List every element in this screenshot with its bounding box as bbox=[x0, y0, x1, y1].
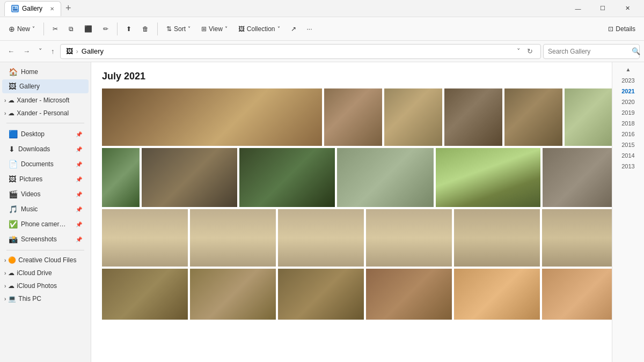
timeline-year-2018[interactable]: 2018 bbox=[612, 119, 644, 128]
share-btn[interactable]: ⬆ bbox=[122, 20, 136, 38]
sidebar-downloads[interactable]: ⬇ Downloads 📌 bbox=[2, 142, 89, 156]
sidebar-videos[interactable]: 🎬 Videos 📌 bbox=[2, 187, 89, 201]
photo-item[interactable] bbox=[543, 148, 612, 207]
photo-item[interactable] bbox=[102, 269, 188, 320]
sidebar-phone-camera[interactable]: ✅ Phone camera r… 📌 bbox=[2, 217, 89, 231]
minimize-btn[interactable]: — bbox=[566, 0, 590, 17]
photo-item[interactable] bbox=[565, 88, 612, 146]
sidebar-item-home[interactable]: 🏠 Home bbox=[2, 65, 89, 79]
more-btn[interactable]: ··· bbox=[303, 20, 317, 38]
collection-btn[interactable]: 🖼 Collection ˅ bbox=[234, 20, 284, 38]
photo-item[interactable] bbox=[542, 209, 612, 267]
view-btn[interactable]: ⊞ View ˅ bbox=[197, 20, 232, 38]
timeline-year-2013[interactable]: 2013 bbox=[612, 161, 644, 171]
sidebar-documents[interactable]: 📄 Documents 📌 bbox=[2, 157, 89, 171]
photo-row-1 bbox=[102, 88, 601, 146]
photo-item[interactable] bbox=[542, 269, 612, 320]
expand-btn[interactable]: ˅ bbox=[35, 45, 46, 57]
this-pc-label: This PC bbox=[18, 295, 41, 302]
search-input[interactable] bbox=[548, 48, 628, 55]
refresh-btn[interactable]: ↻ bbox=[525, 46, 535, 56]
photo-item[interactable] bbox=[102, 148, 140, 207]
titlebar-left: Gallery ✕ + bbox=[4, 1, 76, 16]
photo-item[interactable] bbox=[337, 148, 434, 207]
paste-btn[interactable]: ⬛ bbox=[80, 20, 97, 38]
address-dropdown-btn[interactable]: ˅ bbox=[515, 46, 523, 56]
timeline-year-2019[interactable]: 2019 bbox=[612, 108, 644, 117]
photo-item[interactable] bbox=[102, 88, 322, 146]
photo-item[interactable] bbox=[454, 209, 540, 267]
sidebar-this-pc[interactable]: › 💻 This PC bbox=[0, 292, 91, 305]
photo-item[interactable] bbox=[190, 269, 276, 320]
sidebar-icloud-drive[interactable]: › ☁ iCloud Drive bbox=[0, 267, 91, 279]
this-pc-icon: 💻 bbox=[8, 295, 16, 302]
sidebar-icloud-photos[interactable]: › ☁ iCloud Photos bbox=[0, 279, 91, 292]
timeline-year-2016[interactable]: 2016 bbox=[612, 129, 644, 139]
address-box[interactable]: 🖼 › Gallery ˅ ↻ bbox=[60, 44, 541, 59]
pin-music: 📌 bbox=[76, 206, 82, 212]
timeline-year-2014[interactable]: 2014 bbox=[612, 151, 644, 160]
forward-btn[interactable]: → bbox=[20, 45, 33, 57]
photo-item[interactable] bbox=[384, 88, 442, 146]
photo-item[interactable] bbox=[454, 269, 540, 320]
gallery-tab[interactable]: Gallery ✕ bbox=[4, 1, 61, 16]
cloud-icon-personal: ☁ bbox=[8, 109, 14, 117]
cc-icon: 🟠 bbox=[8, 256, 16, 264]
copy-btn[interactable]: ⧉ bbox=[64, 20, 78, 38]
photo-item[interactable] bbox=[278, 209, 364, 267]
new-btn[interactable]: ⊕ New ˅ bbox=[4, 20, 39, 38]
maximize-btn[interactable]: ☐ bbox=[590, 0, 615, 17]
photo-item[interactable] bbox=[366, 209, 452, 267]
photo-item[interactable] bbox=[444, 88, 502, 146]
copy-icon: ⧉ bbox=[69, 25, 74, 33]
expand-icon-personal: › bbox=[4, 110, 6, 116]
sidebar-pictures[interactable]: 🖼 Pictures 📌 bbox=[2, 172, 89, 186]
sidebar-creative-cloud[interactable]: › 🟠 Creative Cloud Files bbox=[0, 254, 91, 267]
up-btn[interactable]: ↑ bbox=[48, 45, 58, 57]
sidebar-xander-ms[interactable]: › ☁ Xander - Microsoft bbox=[0, 94, 91, 107]
sidebar-screenshots[interactable]: 📸 Screenshots 📌 bbox=[2, 232, 89, 246]
view-chevron: ˅ bbox=[225, 26, 228, 32]
details-btn[interactable]: ⊡ Details bbox=[604, 20, 640, 38]
tab-close-btn[interactable]: ✕ bbox=[50, 6, 54, 12]
photo-row-3 bbox=[102, 209, 601, 267]
new-tab-btn[interactable]: + bbox=[61, 3, 76, 14]
videos-icon: 🎬 bbox=[9, 190, 18, 198]
music-label: Music bbox=[21, 205, 38, 213]
photo-item[interactable] bbox=[190, 209, 276, 267]
sidebar-xander-personal[interactable]: › ☁ Xander - Personal bbox=[0, 107, 91, 120]
timeline-year-2021[interactable]: 2021 bbox=[612, 86, 644, 96]
sort-btn[interactable]: ⇅ Sort ˅ bbox=[162, 20, 195, 38]
icloud-photos-icon: ☁ bbox=[8, 282, 14, 290]
rename-btn[interactable]: ✏ bbox=[99, 20, 113, 38]
photo-item[interactable] bbox=[504, 88, 562, 146]
photo-item[interactable] bbox=[366, 269, 452, 320]
share2-btn[interactable]: ↗ bbox=[287, 20, 301, 38]
cut-btn[interactable]: ✂ bbox=[48, 20, 62, 38]
pictures-icon: 🖼 bbox=[9, 175, 16, 183]
screenshots-icon: 📸 bbox=[9, 235, 18, 243]
phone-camera-icon: ✅ bbox=[9, 220, 18, 228]
search-box[interactable]: 🔍 bbox=[543, 44, 640, 59]
pinned-items: 🟦 Desktop 📌 ⬇ Downloads 📌 📄 Documents 📌 … bbox=[0, 127, 91, 247]
timeline-year-2020[interactable]: 2020 bbox=[612, 97, 644, 107]
creative-cloud-label: Creative Cloud Files bbox=[18, 256, 76, 264]
timeline-year-2015[interactable]: 2015 bbox=[612, 140, 644, 150]
toolbar: ⊕ New ˅ ✂ ⧉ ⬛ ✏ ⬆ 🗑 ⇅ Sort ˅ ⊞ View ˅ 🖼 … bbox=[0, 17, 644, 41]
sidebar-item-gallery[interactable]: 🖼 Gallery bbox=[2, 79, 89, 93]
sidebar-desktop[interactable]: 🟦 Desktop 📌 bbox=[2, 127, 89, 141]
timeline-year-2023[interactable]: 2023 bbox=[612, 76, 644, 85]
timeline-scroll-up[interactable]: ▲ bbox=[626, 67, 631, 72]
photo-item[interactable] bbox=[436, 148, 540, 207]
details-icon: ⊡ bbox=[608, 25, 613, 33]
photo-item[interactable] bbox=[239, 148, 335, 207]
back-btn[interactable]: ← bbox=[4, 45, 18, 57]
photo-item[interactable] bbox=[102, 209, 188, 267]
photo-item[interactable] bbox=[142, 148, 237, 207]
window-controls: — ☐ ✕ bbox=[566, 0, 640, 17]
photo-item[interactable] bbox=[278, 269, 364, 320]
close-btn[interactable]: ✕ bbox=[615, 0, 640, 17]
photo-item[interactable] bbox=[324, 88, 382, 146]
delete-btn[interactable]: 🗑 bbox=[138, 20, 153, 38]
sidebar-music[interactable]: 🎵 Music 📌 bbox=[2, 202, 89, 216]
